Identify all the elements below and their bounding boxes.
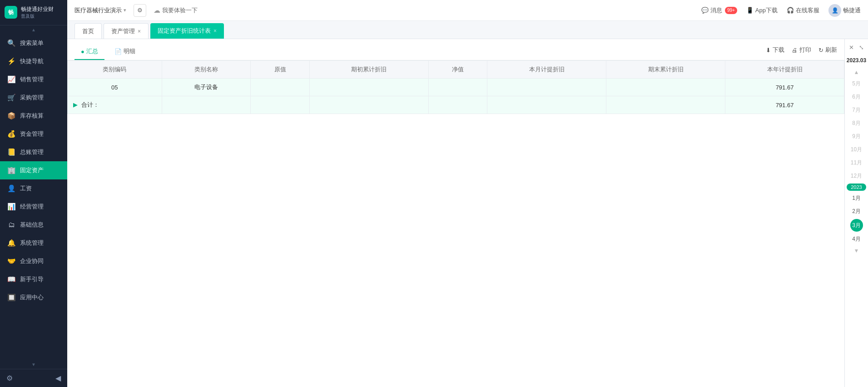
table-row[interactable]: 05 电子设备 791.67 — [68, 79, 844, 96]
sidebar-item-appcenter[interactable]: 🔲 应用中心 — [0, 288, 67, 307]
sidebar-item-operations[interactable]: 📊 经营管理 — [0, 198, 67, 216]
data-table-container: 类别编码 类别名称 原值 期初累计折旧 净值 本月计提折旧 期末累计折旧 本年计… — [67, 60, 844, 387]
sidebar-scroll-up[interactable]: ▲ — [0, 25, 67, 34]
month-item-5-prev[interactable]: 5月 — [845, 77, 868, 90]
month-item-9-prev[interactable]: 9月 — [845, 130, 868, 143]
sidebar-item-sales[interactable]: 📈 销售管理 — [0, 70, 67, 89]
tab-depreciation-close[interactable]: × — [213, 28, 217, 34]
subtotal-net — [428, 96, 487, 114]
month-item-7-prev[interactable]: 7月 — [845, 104, 868, 117]
sidebar-item-assets[interactable]: 🏢 固定资产 — [0, 161, 67, 179]
app-download-icon: 📱 — [746, 7, 754, 14]
sidebar-item-ledger[interactable]: 📒 总账管理 — [0, 143, 67, 161]
sidebar-item-funds-label: 资金管理 — [20, 130, 44, 138]
right-panel: ✕ ⤡ 2023.03 ▲ 5月 6月 7月 8月 9月 10月 11月 12月… — [844, 39, 868, 387]
app-logo-sub: 普及版 — [21, 13, 54, 20]
topbar: 医疗器械行业演示 ▾ ⚙ ☁ 我要体验一下 💬 消息 99+ 📱 App下载 🎧… — [67, 0, 868, 21]
sidebar-item-payroll[interactable]: 👤 工资 — [0, 179, 67, 198]
sidebar-menu: 🔍 搜索菜单 ⚡ 快捷导航 📈 销售管理 🛒 采购管理 📦 库存核算 💰 资金管… — [0, 34, 67, 360]
print-icon: 🖨 — [792, 47, 798, 54]
col-name: 类别名称 — [162, 61, 251, 79]
service-label: 在线客服 — [796, 6, 819, 15]
download-icon: ⬇ — [766, 47, 771, 54]
cell-ending-acc — [606, 79, 725, 96]
sidebar-item-purchase[interactable]: 🛒 采购管理 — [0, 89, 67, 107]
company-settings-button[interactable]: ⚙ — [134, 4, 146, 17]
tab-depreciation[interactable]: 固定资产折旧统计表 × — [150, 23, 224, 39]
month-item-8-prev[interactable]: 8月 — [845, 117, 868, 130]
sidebar-item-operations-label: 经营管理 — [20, 203, 44, 211]
tab-assets-mgmt-close[interactable]: × — [138, 28, 141, 35]
content-area: ● 汇总 📄 明细 ⬇ 下载 🖨 打印 — [67, 39, 868, 387]
summary-icon: ● — [81, 48, 84, 55]
month-item-apr[interactable]: 4月 — [845, 233, 868, 246]
message-button[interactable]: 💬 消息 99+ — [701, 6, 737, 15]
sidebar-item-inventory[interactable]: 📦 库存核算 — [0, 107, 67, 125]
print-button[interactable]: 🖨 打印 — [792, 46, 811, 54]
user-button[interactable]: 👤 畅捷通 — [828, 4, 861, 17]
funds-icon: 💰 — [7, 130, 15, 138]
cell-net — [428, 79, 487, 96]
right-panel-month-list: ▲ 5月 6月 7月 8月 9月 10月 11月 12月 2023 1月 2月 … — [845, 67, 868, 387]
refresh-button[interactable]: ↻ 刷新 — [818, 46, 837, 54]
sidebar-item-search[interactable]: 🔍 搜索菜单 — [0, 34, 67, 52]
collapse-icon[interactable]: ◀ — [55, 374, 61, 382]
settings-icon[interactable]: ⚙ — [6, 374, 13, 382]
subtab-detail-label: 明细 — [124, 47, 135, 55]
sidebar-item-quicknav[interactable]: ⚡ 快捷导航 — [0, 52, 67, 70]
sidebar: 畅 畅捷通好业财 普及版 ▲ 🔍 搜索菜单 ⚡ 快捷导航 📈 销售管理 🛒 采购… — [0, 0, 67, 387]
cell-initial-acc — [309, 79, 428, 96]
sidebar-item-sales-label: 销售管理 — [20, 75, 44, 84]
payroll-icon: 👤 — [7, 184, 15, 193]
appcenter-icon: 🔲 — [7, 293, 15, 302]
subtotal-expand-icon[interactable]: ▶ — [73, 101, 78, 108]
col-original: 原值 — [251, 61, 310, 79]
month-item-12-prev[interactable]: 12月 — [845, 169, 868, 183]
table-area: ● 汇总 📄 明细 ⬇ 下载 🖨 打印 — [67, 39, 844, 387]
quicknav-icon: ⚡ — [7, 57, 15, 65]
right-panel-expand-button[interactable]: ⤡ — [858, 43, 866, 52]
month-item-mar-active[interactable]: 3月 — [850, 219, 863, 232]
company-selector[interactable]: 医疗器械行业演示 ▾ — [74, 6, 126, 15]
sidebar-item-ledger-label: 总账管理 — [20, 148, 44, 156]
month-scroll-up[interactable]: ▲ — [845, 67, 868, 77]
experience-button[interactable]: ☁ 我要体验一下 — [154, 6, 198, 15]
app-download-button[interactable]: 📱 App下载 — [746, 6, 778, 15]
tab-assets-mgmt[interactable]: 资产管理 × — [104, 23, 149, 39]
sidebar-logo: 畅 畅捷通好业财 普及版 — [0, 0, 67, 25]
gear-icon: ⚙ — [137, 7, 143, 14]
print-label: 打印 — [799, 46, 811, 54]
month-item-10-prev[interactable]: 10月 — [845, 143, 868, 156]
sidebar-item-basic[interactable]: 🗂 基础信息 — [0, 216, 67, 234]
refresh-label: 刷新 — [825, 46, 837, 54]
right-panel-close-button[interactable]: ✕ — [848, 43, 856, 52]
month-item-jan[interactable]: 1月 — [845, 192, 868, 205]
month-item-feb[interactable]: 2月 — [845, 205, 868, 218]
message-label: 消息 — [710, 6, 722, 15]
message-badge: 99+ — [725, 7, 737, 14]
sidebar-item-cooperation[interactable]: 🤝 企业协同 — [0, 252, 67, 270]
sidebar-item-inventory-label: 库存核算 — [20, 112, 44, 120]
month-item-11-prev[interactable]: 11月 — [845, 156, 868, 169]
cell-original — [251, 79, 310, 96]
month-item-6-prev[interactable]: 6月 — [845, 90, 868, 104]
sidebar-item-system[interactable]: 🔔 系统管理 — [0, 234, 67, 252]
scroll-up-icon: ▲ — [854, 69, 859, 75]
month-scroll-down[interactable]: ▼ — [845, 246, 868, 256]
cell-annual: 791.67 — [725, 79, 844, 96]
inventory-icon: 📦 — [7, 112, 15, 120]
sidebar-item-guide[interactable]: 📖 新手引导 — [0, 270, 67, 288]
download-button[interactable]: ⬇ 下载 — [766, 46, 784, 54]
basic-icon: 🗂 — [7, 221, 15, 229]
sidebar-scroll-down[interactable]: ▼ — [0, 360, 67, 369]
tab-home[interactable]: 首页 — [74, 23, 102, 39]
subtab-detail[interactable]: 📄 明细 — [108, 44, 142, 60]
depreciation-table: 类别编码 类别名称 原值 期初累计折旧 净值 本月计提折旧 期末累计折旧 本年计… — [67, 60, 844, 114]
subtotal-annual: 791.67 — [725, 96, 844, 114]
app-download-label: App下载 — [755, 6, 778, 15]
guide-icon: 📖 — [7, 275, 15, 283]
sidebar-item-funds[interactable]: 💰 资金管理 — [0, 125, 67, 143]
subtab-summary[interactable]: ● 汇总 — [74, 44, 104, 60]
online-service-button[interactable]: 🎧 在线客服 — [787, 6, 819, 15]
subtotal-ending-acc — [606, 96, 725, 114]
